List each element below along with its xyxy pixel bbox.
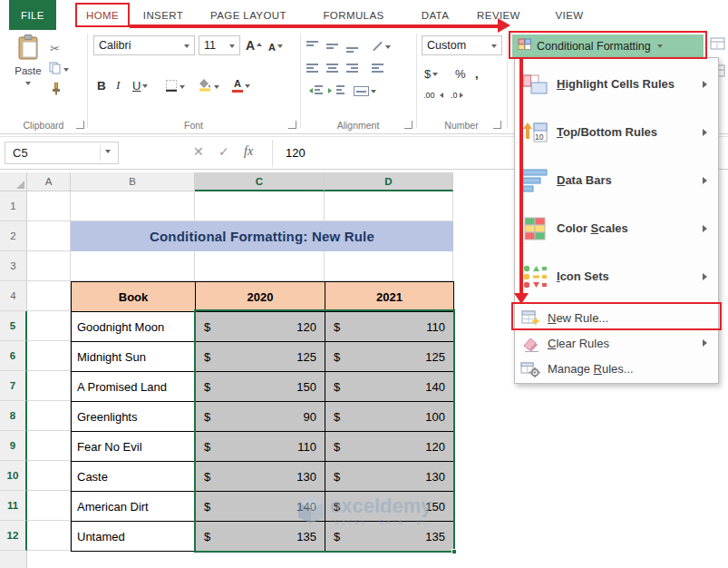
sheet-cell[interactable]: $130 <box>325 462 454 492</box>
column-header-a[interactable]: A <box>27 172 71 191</box>
tab-page-layout[interactable]: PAGE LAYOUT <box>203 0 294 30</box>
tab-file[interactable]: FILE <box>9 0 56 30</box>
sheet-cell[interactable]: $130 <box>196 462 325 492</box>
decrease-indent-button[interactable] <box>306 82 323 100</box>
title-cell[interactable]: Conditional Formatting: New Rule <box>71 221 453 251</box>
sheet-cell[interactable]: $125 <box>325 342 454 372</box>
sheet-cell[interactable]: Greenlights <box>72 402 196 432</box>
column-header-d[interactable]: D <box>325 172 453 191</box>
row-header[interactable]: 8 <box>0 401 27 431</box>
number-dialog-launcher[interactable] <box>493 121 501 129</box>
fill-color-button[interactable] <box>198 77 219 95</box>
align-right-button[interactable] <box>346 60 358 78</box>
menu-item-manage-rules[interactable]: Manage Rules... <box>515 356 718 381</box>
ribbon-overflow-icon[interactable] <box>710 37 725 54</box>
bottom-align-button[interactable] <box>346 37 358 55</box>
cut-button[interactable]: ✂ <box>50 39 60 57</box>
grow-font-button[interactable]: A <box>246 36 262 54</box>
sheet-cell[interactable]: A Promised Land <box>72 372 196 402</box>
sheet-cell[interactable]: Untamed <box>72 522 196 552</box>
sheet-cell[interactable]: Book <box>72 282 196 312</box>
tab-review[interactable]: REVIEW <box>471 0 526 30</box>
menu-item-top-bottom-rules[interactable]: 10 Top/Bottom Rules <box>515 108 718 156</box>
select-all-button[interactable] <box>0 172 27 191</box>
name-box[interactable]: C5 <box>5 142 119 164</box>
column-header-b[interactable]: B <box>71 172 195 191</box>
tab-home[interactable]: HOME <box>78 0 127 30</box>
menu-item-color-scales[interactable]: Color Scales <box>515 204 718 252</box>
sheet-cell[interactable]: $140 <box>196 492 325 522</box>
wrap-text-button[interactable] <box>372 60 383 78</box>
sheet-cell[interactable]: $125 <box>196 342 325 372</box>
alignment-dialog-launcher[interactable] <box>404 121 413 129</box>
column-header-c[interactable]: C <box>195 172 325 191</box>
sheet-cell[interactable]: 2020 <box>196 282 325 312</box>
row-header[interactable]: 3 <box>0 251 27 281</box>
sheet-cell[interactable]: Goodnight Moon <box>72 312 196 342</box>
sheet-cell[interactable]: $110 <box>325 312 454 342</box>
sheet-cell[interactable]: American Dirt <box>72 492 196 522</box>
conditional-formatting-button[interactable]: Conditional Formatting <box>512 34 704 57</box>
align-center-button[interactable] <box>326 60 338 78</box>
font-color-button[interactable]: A <box>232 76 250 94</box>
font-size-select[interactable]: 11 <box>199 35 240 55</box>
row-header[interactable]: 9 <box>0 431 27 461</box>
underline-button[interactable]: U <box>132 76 148 94</box>
sheet-cell[interactable]: $90 <box>196 402 325 432</box>
sheet-cell[interactable]: Midnight Sun <box>72 342 196 372</box>
row-header[interactable]: 7 <box>0 371 27 401</box>
tab-data[interactable]: DATA <box>413 0 457 30</box>
row-header[interactable]: 12 <box>0 521 27 551</box>
sheet-cell[interactable]: $150 <box>196 372 325 402</box>
sheet-cell[interactable]: $150 <box>325 492 454 522</box>
accounting-format-button[interactable]: $ <box>424 64 438 83</box>
insert-function-button[interactable]: fx <box>244 144 253 159</box>
shrink-font-button[interactable]: A <box>268 38 283 56</box>
copy-button[interactable] <box>49 60 69 78</box>
row-header[interactable]: 6 <box>0 341 27 371</box>
number-format-select[interactable]: Custom <box>422 35 502 55</box>
row-header[interactable]: 10 <box>0 461 27 491</box>
paste-button[interactable]: Paste <box>7 34 49 102</box>
row-header[interactable]: 2 <box>0 221 27 251</box>
sheet-cell[interactable]: $120 <box>325 432 454 462</box>
sheet-cell[interactable]: Caste <box>72 462 196 492</box>
increase-decimal-button[interactable]: .00 <box>423 86 443 104</box>
sheet-cell[interactable]: $135 <box>196 522 325 552</box>
formula-input[interactable]: 120 <box>286 146 306 160</box>
comma-style-button[interactable]: , <box>475 64 479 83</box>
align-left-button[interactable] <box>306 60 318 78</box>
menu-item-data-bars[interactable]: Data Bars <box>515 156 718 204</box>
decrease-decimal-button[interactable]: .0 <box>451 86 466 104</box>
row-header[interactable] <box>0 551 27 568</box>
sheet-cell[interactable]: 2021 <box>325 282 454 312</box>
row-header[interactable]: 5 <box>0 311 27 341</box>
sheet-cell[interactable]: $135 <box>325 522 454 552</box>
orientation-button[interactable] <box>372 37 391 55</box>
sheet-cell[interactable]: Fear No Evil <box>72 432 196 462</box>
top-align-button[interactable] <box>306 37 318 55</box>
bold-button[interactable]: B <box>97 76 106 94</box>
menu-item-clear-rules[interactable]: Clear Rules <box>515 330 718 356</box>
font-name-select[interactable]: Calibri <box>93 35 195 55</box>
sheet-cell[interactable]: $120 <box>196 312 325 342</box>
italic-button[interactable]: I <box>116 76 121 94</box>
tab-view[interactable]: VIEW <box>548 0 591 30</box>
font-dialog-launcher[interactable] <box>288 121 296 129</box>
clipboard-dialog-launcher[interactable] <box>76 121 84 129</box>
cancel-button[interactable]: ✕ <box>193 144 204 159</box>
sheet-cell[interactable]: $100 <box>325 402 454 432</box>
borders-button[interactable] <box>165 77 185 95</box>
merge-center-button[interactable] <box>354 82 376 100</box>
row-header[interactable]: 1 <box>0 191 27 221</box>
tab-formulas[interactable]: FORMULAS <box>317 0 390 30</box>
menu-item-icon-sets[interactable]: Icon Sets <box>515 252 718 300</box>
middle-align-button[interactable] <box>326 37 338 55</box>
sheet-cell[interactable]: $110 <box>196 432 325 462</box>
row-header[interactable]: 4 <box>0 281 27 311</box>
menu-item-highlight-cells-rules[interactable]: Highlight Cells Rules <box>515 60 718 108</box>
sheet-cell[interactable]: $140 <box>325 372 454 402</box>
increase-indent-button[interactable] <box>328 82 345 100</box>
row-header[interactable]: 11 <box>0 491 27 521</box>
percent-style-button[interactable]: % <box>455 64 466 83</box>
